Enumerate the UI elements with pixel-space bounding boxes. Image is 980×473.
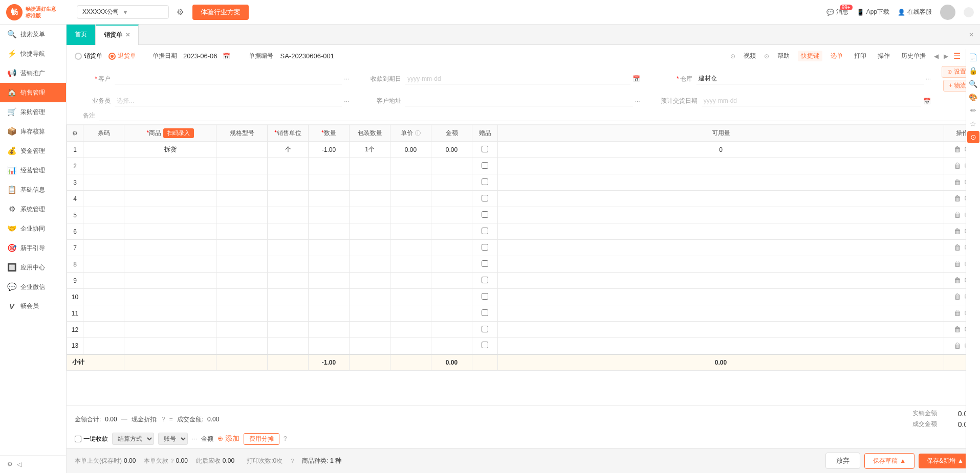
app-download-button[interactable]: 📱 App下载 — [857, 8, 889, 16]
row-pkg-qty[interactable]: 1个 — [350, 142, 390, 158]
delete-icon[interactable]: 🗑 — [954, 162, 961, 170]
sidebar-item-basic-info[interactable]: 📋 基础信息 — [0, 180, 66, 199]
row-product[interactable] — [124, 240, 216, 256]
row-qty[interactable] — [309, 305, 350, 322]
sidebar-item-sales[interactable]: 🏠 销售管理 — [0, 83, 66, 102]
row-product[interactable]: 拆货 — [124, 142, 216, 158]
one-click-payment-check[interactable]: 一键收款 — [75, 435, 108, 443]
sidebar-item-member[interactable]: V 畅会员 — [0, 297, 66, 316]
customer-input[interactable] — [115, 74, 342, 84]
account-dots[interactable]: ··· — [192, 435, 197, 442]
row-pkg-qty[interactable] — [350, 305, 390, 322]
row-unit[interactable] — [268, 158, 309, 174]
row-unit[interactable]: 个 — [268, 142, 309, 158]
row-gift[interactable] — [472, 305, 498, 322]
save-new-button[interactable]: 保存&新增 ▲ — [919, 454, 972, 468]
print-info-icon[interactable]: ? — [291, 458, 294, 464]
row-unit[interactable] — [268, 174, 309, 191]
message-button[interactable]: 💬 消息 99+ — [826, 8, 848, 16]
sidebar-item-purchase[interactable]: 🛒 采购管理 — [0, 102, 66, 122]
row-price[interactable]: 0.00 — [390, 142, 431, 158]
salesperson-dots[interactable]: ··· — [344, 98, 349, 105]
sidebar-item-finance[interactable]: 💰 资金管理 — [0, 141, 66, 161]
row-barcode[interactable] — [83, 289, 124, 305]
row-product[interactable] — [124, 305, 216, 322]
delete-icon[interactable]: 🗑 — [954, 325, 961, 333]
sidebar-item-management[interactable]: 📊 经营管理 — [0, 161, 66, 180]
gift-checkbox[interactable] — [482, 162, 488, 169]
sidebar-item-inventory[interactable]: 📦 库存核算 — [0, 122, 66, 141]
gift-checkbox[interactable] — [482, 309, 488, 316]
operation-btn[interactable]: 操作 — [875, 50, 893, 62]
row-pkg-qty[interactable] — [350, 289, 390, 305]
row-gift[interactable] — [472, 142, 498, 158]
row-amount[interactable] — [431, 240, 472, 256]
row-qty[interactable] — [309, 240, 350, 256]
nav-right-icon[interactable]: ▶ — [944, 53, 948, 60]
row-unit[interactable] — [268, 305, 309, 322]
ri-edit-icon[interactable]: ✏ — [967, 104, 979, 117]
row-barcode[interactable] — [83, 305, 124, 322]
radio-sales[interactable]: 销货单 — [75, 52, 102, 60]
row-spec[interactable] — [216, 191, 268, 207]
row-price[interactable] — [390, 289, 431, 305]
row-barcode[interactable] — [83, 142, 124, 158]
shortcut-btn[interactable]: 快捷键 — [798, 51, 822, 61]
receipt-date-calendar-icon[interactable]: 📅 — [633, 75, 640, 82]
warehouse-input[interactable] — [696, 74, 924, 84]
row-qty[interactable] — [309, 338, 350, 354]
delete-icon[interactable]: 🗑 — [954, 260, 961, 268]
row-barcode[interactable] — [83, 322, 124, 338]
delete-icon[interactable]: 🗑 — [954, 292, 961, 301]
video-btn[interactable]: 视频 — [741, 50, 759, 62]
row-spec[interactable] — [216, 305, 268, 322]
delete-icon[interactable]: 🗑 — [954, 227, 961, 235]
fee-info-icon[interactable]: ? — [284, 435, 287, 442]
tab-home[interactable]: 首页 — [67, 25, 96, 45]
row-barcode[interactable] — [83, 191, 124, 207]
row-gift[interactable] — [472, 338, 498, 354]
expected-date-calendar-icon[interactable]: 📅 — [923, 98, 931, 105]
row-barcode[interactable] — [83, 256, 124, 273]
row-qty[interactable] — [309, 289, 350, 305]
sidebar-item-wechat[interactable]: 💬 企业微信 — [0, 277, 66, 297]
row-gift[interactable] — [472, 223, 498, 240]
radio-return[interactable]: 退货单 — [108, 52, 136, 60]
row-spec[interactable] — [216, 273, 268, 289]
row-gift[interactable] — [472, 273, 498, 289]
row-amount[interactable] — [431, 289, 472, 305]
row-product[interactable] — [124, 174, 216, 191]
row-price[interactable] — [390, 322, 431, 338]
addr-dots[interactable]: ··· — [635, 98, 640, 105]
row-unit[interactable] — [268, 338, 309, 354]
row-barcode[interactable] — [83, 158, 124, 174]
col-settings[interactable]: ⚙ — [67, 125, 83, 142]
nav-left-icon[interactable]: ◀ — [934, 53, 939, 60]
row-barcode[interactable] — [83, 338, 124, 354]
delete-icon[interactable]: 🗑 — [954, 194, 961, 202]
scan-button[interactable]: 扫码录入 — [163, 128, 194, 138]
row-price[interactable] — [390, 174, 431, 191]
one-click-checkbox[interactable] — [75, 436, 81, 442]
row-unit[interactable] — [268, 240, 309, 256]
row-pkg-qty[interactable] — [350, 322, 390, 338]
row-qty[interactable] — [309, 191, 350, 207]
ri-star-icon[interactable]: ☆ — [967, 118, 979, 130]
row-pkg-qty[interactable] — [350, 338, 390, 354]
row-qty[interactable] — [309, 322, 350, 338]
total-due-info-icon[interactable]: ? — [170, 458, 173, 464]
settlement-method-select[interactable]: 结算方式 — [112, 433, 154, 445]
row-unit[interactable] — [268, 289, 309, 305]
ri-orange-icon[interactable]: ⊙ — [967, 131, 979, 143]
row-gift[interactable] — [472, 256, 498, 273]
row-product[interactable] — [124, 158, 216, 174]
row-barcode[interactable] — [83, 207, 124, 223]
row-pkg-qty[interactable] — [350, 191, 390, 207]
row-spec[interactable] — [216, 142, 268, 158]
row-qty[interactable] — [309, 207, 350, 223]
delete-icon[interactable]: 🗑 — [954, 243, 961, 252]
row-product[interactable] — [124, 207, 216, 223]
salesperson-input[interactable] — [115, 96, 342, 106]
row-amount[interactable] — [431, 273, 472, 289]
row-price[interactable] — [390, 338, 431, 354]
